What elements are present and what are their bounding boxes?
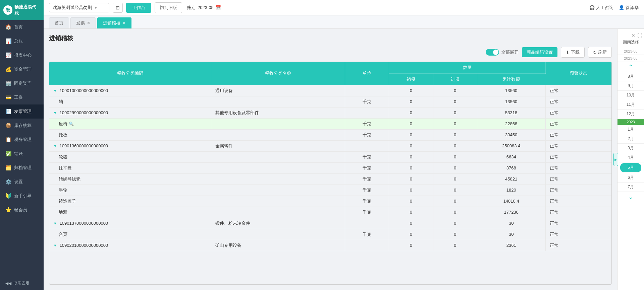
table-row: 轮毂 千克 0 0 6634 正常	[49, 151, 611, 162]
tab-reconciliation[interactable]: 进销稽核 ✕	[97, 17, 131, 28]
sidebar-item-general-ledger[interactable]: 📊 总账	[0, 34, 44, 48]
month-4[interactable]: 4月	[618, 153, 644, 162]
table-row: 绝缘导线壳 千克 0 0 45821 正常	[49, 173, 611, 185]
cell-purchase: 0	[433, 229, 477, 240]
cell-code: 托板	[49, 129, 211, 140]
workspace-button[interactable]: 工作台	[126, 3, 151, 13]
cell-unit: 千克	[345, 118, 389, 129]
archive-button[interactable]: ⊡	[113, 3, 123, 13]
cell-name: 其他专用设备及零部件	[211, 107, 345, 118]
tab-reconciliation-close[interactable]: ✕	[122, 21, 126, 25]
month-9[interactable]: 9月	[618, 81, 644, 91]
cell-sale: 0	[389, 85, 433, 96]
refresh-btn[interactable]: ↻ 刷新	[588, 47, 612, 58]
switch-version-button[interactable]: 切到旧版	[155, 2, 182, 13]
month-1[interactable]: 1月	[618, 125, 644, 134]
data-table-wrap: 税收分类编码 税收分类名称 单位 数量 预警状态 销项 进项 累计数额	[49, 62, 612, 285]
cell-purchase: 0	[433, 85, 477, 96]
cell-unit: 千克	[345, 196, 389, 207]
scroll-up-icon[interactable]: ⌃	[627, 62, 635, 72]
sidebar-item-member[interactable]: ⭐ 畅会员	[0, 203, 44, 217]
sidebar-item-closing[interactable]: ✅ 结账	[0, 147, 44, 161]
user-profile[interactable]: 👤 徐泽华	[619, 5, 639, 11]
sidebar-item-payroll[interactable]: 💳 工资	[0, 90, 44, 104]
product-code-btn[interactable]: 商品编码设置	[522, 47, 557, 57]
cell-purchase: 0	[433, 151, 477, 162]
page-title: 进销稽核	[49, 34, 612, 42]
cell-status: 正常	[545, 85, 611, 96]
month-8[interactable]: 8月	[618, 72, 644, 81]
panel-close-icon[interactable]: ✕	[631, 33, 635, 38]
th-name: 税收分类名称	[211, 62, 345, 85]
company-selector[interactable]: 沈海英测试经营勿删 ▼	[49, 3, 109, 12]
th-code: 税收分类编码	[49, 62, 211, 85]
panel-expand-icon[interactable]: ⛶	[637, 33, 642, 38]
month-2[interactable]: 2月	[618, 134, 644, 144]
sidebar-item-tax[interactable]: 📋 税务管理	[0, 133, 44, 147]
expand-icon[interactable]: ▼	[53, 243, 57, 247]
cell-purchase: 0	[433, 118, 477, 129]
cell-sale: 0	[389, 196, 433, 207]
cell-sale: 0	[389, 218, 433, 229]
panel-collapse-btn[interactable]: ▶	[613, 153, 618, 166]
table-row: ▼ 10901370000000000000 锻件、粉末冶金件 0 0 30 正…	[49, 218, 611, 229]
cell-purchase: 0	[433, 162, 477, 173]
content-main: 进销稽核 全部展开 商品编码设置 ⬇ 下载 ↻ 刷新	[44, 29, 617, 290]
expand-icon[interactable]: ▼	[53, 89, 57, 93]
sidebar-item-guide[interactable]: 🔰 新手引导	[0, 189, 44, 203]
month-6[interactable]: 6月	[618, 173, 644, 183]
th-quantity-group: 数量	[389, 62, 545, 74]
toggle-expand-all[interactable]: 全部展开	[486, 49, 519, 56]
cell-name: 通用设备	[211, 85, 345, 96]
cell-name	[211, 173, 345, 185]
toggle-switch[interactable]	[486, 49, 499, 56]
expand-icon[interactable]: ▼	[53, 144, 57, 148]
sidebar-unpin-btn[interactable]: ◀◀ 取消固定	[0, 276, 44, 290]
funds-icon: 💰	[5, 66, 11, 72]
month-3[interactable]: 3月	[618, 144, 644, 153]
logo-icon: 畅	[3, 5, 12, 15]
sidebar-item-settings[interactable]: ⚙️ 设置	[0, 175, 44, 189]
tab-invoice[interactable]: 发票 ✕	[70, 17, 96, 28]
customer-service-btn[interactable]: 🎧 人工咨询	[589, 5, 613, 11]
tab-home[interactable]: 首页	[49, 17, 69, 28]
cell-total: 30	[477, 218, 545, 229]
scroll-down-icon[interactable]: ⌄	[627, 192, 635, 202]
month-10[interactable]: 10月	[618, 91, 644, 100]
sidebar-item-reports[interactable]: 📈 报表中心	[0, 48, 44, 62]
sidebar-item-home[interactable]: 🏠 首页	[0, 20, 44, 34]
cell-status: 正常	[545, 185, 611, 196]
table-row: 合页 千克 0 0 30 正常	[49, 229, 611, 240]
tab-invoice-close[interactable]: ✕	[87, 21, 90, 25]
month-5[interactable]: 5月	[620, 163, 641, 172]
calendar-icon[interactable]: 📅	[216, 5, 221, 10]
download-btn[interactable]: ⬇ 下载	[561, 47, 585, 58]
cell-name	[211, 129, 345, 140]
sidebar-item-archive[interactable]: 🗂️ 归档管理	[0, 161, 44, 175]
sidebar-item-funds[interactable]: 💰 资金管理	[0, 62, 44, 76]
month-11[interactable]: 11月	[618, 100, 644, 110]
cell-code: 地漏	[49, 207, 211, 218]
month-12[interactable]: 12月	[618, 110, 644, 119]
expand-icon[interactable]: ▼	[53, 111, 57, 115]
cell-unit: 千克	[345, 151, 389, 162]
cell-code: 轴	[49, 96, 211, 107]
sidebar-footer-label: 取消固定	[13, 280, 30, 286]
right-panel: ▶ ✕ ⛶ 期间选择 2023-05 2023-05 ⌃ 8月 9月 10月 1…	[617, 29, 644, 290]
cell-sale: 0	[389, 207, 433, 218]
cell-total: 13560	[477, 96, 545, 107]
sidebar-item-fixed-assets[interactable]: 🏢 固定资产	[0, 76, 44, 90]
cell-unit	[345, 85, 389, 96]
refresh-icon: ↻	[593, 50, 597, 55]
sidebar-item-funds-label: 资金管理	[14, 66, 32, 72]
table-row: 托板 千克 0 0 30450 正常	[49, 129, 611, 140]
th-purchase: 进项	[433, 74, 477, 85]
sidebar-item-invoice[interactable]: 🧾 发票管理	[0, 104, 44, 119]
cell-name	[211, 118, 345, 129]
cell-name: 锻件、粉末冶金件	[211, 218, 345, 229]
month-7[interactable]: 7月	[618, 183, 644, 192]
expand-icon[interactable]: ▼	[53, 221, 57, 225]
cell-purchase: 0	[433, 96, 477, 107]
toolbar: 全部展开 商品编码设置 ⬇ 下载 ↻ 刷新	[49, 47, 612, 58]
sidebar-item-inventory[interactable]: 📦 库存核算	[0, 119, 44, 133]
